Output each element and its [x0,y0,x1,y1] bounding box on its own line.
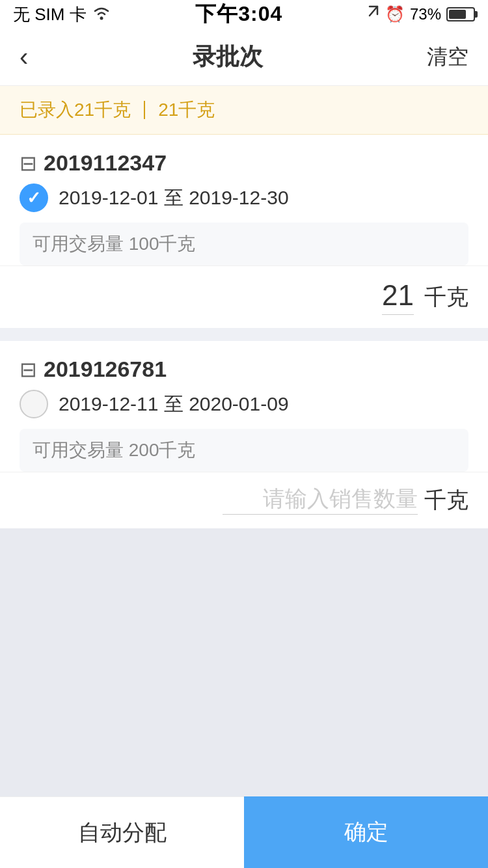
batch2-header: ⊟ 2019126781 [20,357,468,382]
batch1-available-row: 可用交易量 100千克 [20,223,468,265]
back-button[interactable]: ‹ [20,42,28,72]
wifi-icon [92,5,111,25]
batch2-available: 可用交易量 200千克 [33,440,196,460]
batch1-quantity: 21 [382,279,414,315]
status-bar: 无 SIM 卡 下午3:04 ⏰ 73% [0,0,488,29]
status-right: ⏰ 73% [367,5,475,23]
carrier-text: 无 SIM 卡 [13,3,87,26]
battery-percentage: 73% [410,5,441,23]
batch1-id: 2019112347 [44,150,167,176]
status-left: 无 SIM 卡 [13,3,111,26]
location-icon [367,5,380,23]
doc-icon-2: ⊟ [20,357,37,382]
batch1-date: 2019-12-01 至 2019-12-30 [59,185,289,211]
batch-card-1: ⊟ 2019112347 2019-12-01 至 2019-12-30 可用交… [0,135,488,328]
doc-icon-1: ⊟ [20,151,37,176]
alarm-icon: ⏰ [385,5,405,23]
gray-area [0,528,488,802]
bottom-bar: 自动分配 确定 [0,796,488,868]
batch2-available-row: 可用交易量 200千克 [20,429,468,472]
batch1-qty-row: 21 千克 [0,265,488,328]
batch2-input-row: 千克 [0,472,488,528]
info-bar: 已录入21千克 21千克 [0,86,488,135]
batch2-date: 2019-12-11 至 2020-01-09 [59,391,289,418]
batch-card-2: ⊟ 2019126781 2019-12-11 至 2020-01-09 可用交… [0,341,488,528]
battery-icon [446,7,475,21]
batch2-radio[interactable] [20,390,48,418]
batch2-id: 2019126781 [44,357,167,382]
section-separator-1 [0,328,488,341]
batch1-unit: 千克 [424,282,468,312]
clear-button[interactable]: 清空 [427,43,468,72]
nav-bar: ‹ 录批次 清空 [0,29,488,86]
svg-point-0 [100,16,103,20]
main-content: 已录入21千克 21千克 ⊟ 2019112347 2019-12-01 至 2… [0,86,488,802]
page-title: 录批次 [193,41,263,73]
batch1-header: ⊟ 2019112347 [20,150,468,176]
quantity-input[interactable] [223,486,418,515]
info-value: 21千克 [158,98,215,122]
batch2-date-row[interactable]: 2019-12-11 至 2020-01-09 [20,390,468,418]
recorded-label: 已录入21千克 [20,98,131,122]
status-time: 下午3:04 [195,0,282,29]
batch1-date-row[interactable]: 2019-12-01 至 2019-12-30 [20,183,468,212]
info-divider [144,101,145,119]
batch1-radio[interactable] [20,183,48,212]
auto-distribute-button[interactable]: 自动分配 [0,796,244,868]
batch2-unit: 千克 [424,485,468,515]
batch1-available: 可用交易量 100千克 [33,234,196,254]
confirm-button[interactable]: 确定 [244,796,488,868]
